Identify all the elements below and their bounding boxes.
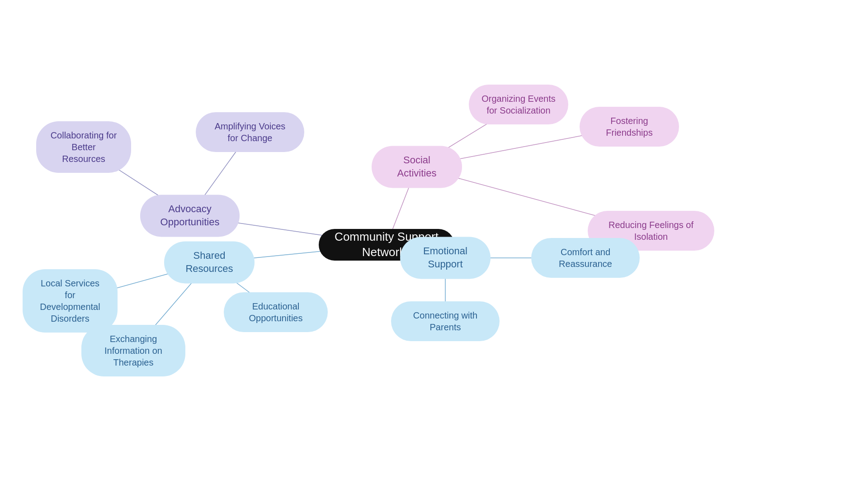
amplifying-node: Amplifying Voices for Change [196,112,304,152]
social-node: Social Activities [372,146,462,188]
emotional-node: Emotional Support [400,237,491,279]
local-node: Local Services for Developmental Disorde… [23,269,118,333]
exchanging-node: Exchanging Information on Therapies [81,325,185,376]
organizing-node: Organizing Events for Socialization [469,85,568,124]
educational-node: Educational Opportunities [224,292,328,332]
advocacy-node: Advocacy Opportunities [140,195,240,237]
shared-node: Shared Resources [164,241,255,283]
connecting-node: Connecting with Parents [391,301,500,341]
fostering-node: Fostering Friendships [580,107,679,147]
comfort-node: Comfort and Reassurance [531,238,640,278]
collaborating-node: Collaborating for Better Resources [36,121,131,173]
